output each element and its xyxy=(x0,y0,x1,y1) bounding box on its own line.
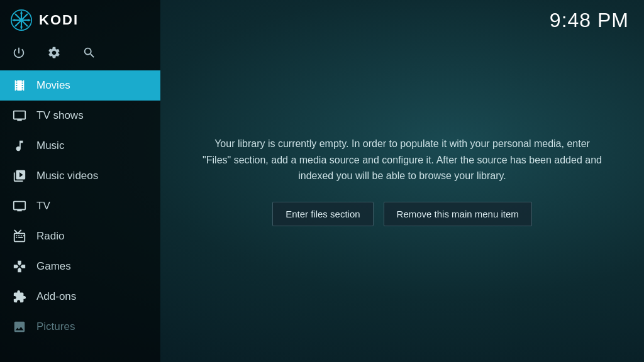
sidebar-item-tv[interactable]: TV xyxy=(0,191,160,221)
pictures-label: Pictures xyxy=(36,321,75,333)
sidebar-item-movies[interactable]: Movies xyxy=(0,70,160,101)
sidebar: KODI Movies xyxy=(0,0,160,362)
music-videos-label: Music videos xyxy=(36,170,98,182)
top-icon-row xyxy=(0,40,160,70)
svg-marker-10 xyxy=(25,24,28,27)
logo-area: KODI xyxy=(0,0,160,40)
sidebar-item-music-videos[interactable]: Music videos xyxy=(0,161,160,191)
sidebar-item-add-ons[interactable]: Add-ons xyxy=(0,282,160,312)
enter-files-button[interactable]: Enter files section xyxy=(272,202,373,226)
pictures-icon xyxy=(11,319,28,335)
games-label: Games xyxy=(36,260,71,273)
games-icon xyxy=(11,258,28,275)
svg-point-13 xyxy=(19,18,23,21)
movies-label: Movies xyxy=(36,79,70,92)
app-title: KODI xyxy=(39,12,79,28)
clock: 9:48 PM xyxy=(550,9,629,32)
kodi-logo-icon xyxy=(10,9,33,31)
svg-marker-9 xyxy=(14,13,18,16)
music-label: Music xyxy=(36,140,64,152)
svg-marker-12 xyxy=(14,24,18,27)
remove-menu-item-button[interactable]: Remove this main menu item xyxy=(384,202,532,226)
add-ons-label: Add-ons xyxy=(36,290,76,303)
sidebar-item-pictures[interactable]: Pictures xyxy=(0,312,160,342)
movies-icon xyxy=(11,77,28,94)
tv-shows-label: TV shows xyxy=(36,109,84,122)
svg-marker-6 xyxy=(20,25,22,30)
svg-marker-8 xyxy=(26,19,31,21)
svg-marker-11 xyxy=(25,13,28,16)
svg-marker-5 xyxy=(20,11,22,16)
music-icon xyxy=(11,138,28,154)
radio-label: Radio xyxy=(36,230,64,243)
sidebar-item-tv-shows[interactable]: TV shows xyxy=(0,101,160,131)
main-content: Your library is currently empty. In orde… xyxy=(160,0,644,362)
empty-library-message: Your library is currently empty. In orde… xyxy=(201,136,604,184)
sidebar-item-games[interactable]: Games xyxy=(0,251,160,282)
action-buttons: Enter files section Remove this main men… xyxy=(201,202,604,226)
tv-shows-icon xyxy=(11,107,28,124)
settings-icon[interactable] xyxy=(45,44,63,62)
sidebar-item-radio[interactable]: Radio xyxy=(0,221,160,251)
svg-marker-7 xyxy=(12,19,18,21)
radio-icon xyxy=(11,228,28,244)
tv-icon xyxy=(11,198,28,214)
search-icon[interactable] xyxy=(80,44,98,62)
add-ons-icon xyxy=(11,288,28,305)
sidebar-item-music[interactable]: Music xyxy=(0,131,160,161)
nav-items: Movies TV shows Music xyxy=(0,70,160,362)
music-videos-icon xyxy=(11,168,28,184)
empty-library-box: Your library is currently empty. In orde… xyxy=(189,123,616,239)
power-icon[interactable] xyxy=(10,44,28,62)
tv-label: TV xyxy=(36,200,50,212)
